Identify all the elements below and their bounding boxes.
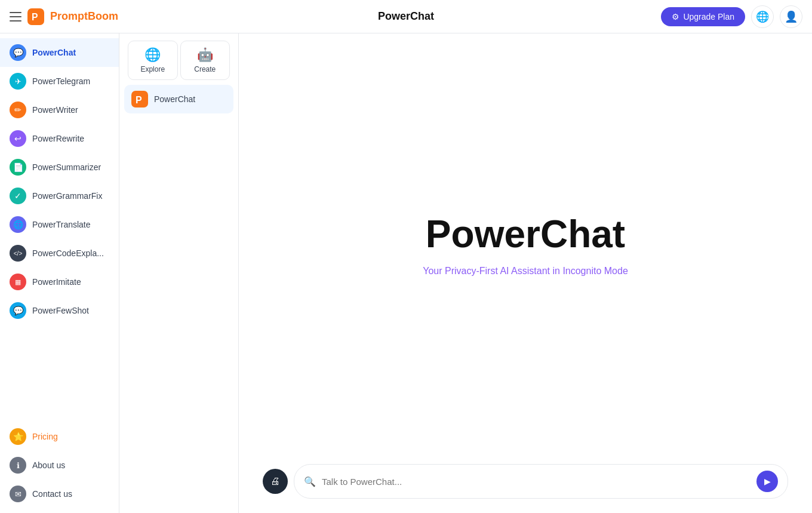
sidebar-item-powergrammarfix[interactable]: ✓ PowerGrammarFix	[0, 182, 119, 210]
sidebar-item-powertranslate[interactable]: 🌐 PowerTranslate	[0, 210, 119, 239]
sidebar-label-powerchat: PowerChat	[32, 48, 76, 57]
sidebar-label-powertelegram: PowerTelegram	[32, 76, 90, 86]
input-area: 🖨 🔍 ▶	[239, 454, 812, 513]
sub-panel-tabs: 🌐 Explore 🤖 Create	[119, 33, 238, 80]
sidebar-item-powercodeexplain[interactable]: </> PowerCodeExplа...	[0, 239, 119, 268]
sidebar-item-aboutus[interactable]: ℹ About us	[0, 451, 119, 480]
powersummarizer-icon: 📄	[10, 159, 26, 176]
user-button[interactable]: 👤	[780, 5, 802, 28]
sidebar-item-contactus[interactable]: ✉ Contact us	[0, 480, 119, 508]
create-tab-label: Create	[194, 65, 216, 73]
powertelegram-icon: ✈	[10, 73, 26, 90]
sub-panel-logo: P	[131, 91, 148, 107]
sidebar-label-aboutus: About us	[32, 460, 65, 470]
sidebar-item-powerimitate[interactable]: ▦ PowerImitate	[0, 268, 119, 296]
svg-text:P: P	[136, 95, 142, 105]
main-layout: 💬 PowerChat ✈ PowerTelegram ✏ PowerWrite…	[0, 33, 812, 513]
sidebar-label-powersummarizer: PowerSummarizer	[32, 162, 101, 172]
explore-tab-icon: 🌐	[144, 47, 161, 63]
sidebar-item-powerwriter[interactable]: ✏ PowerWriter	[0, 96, 119, 124]
sidebar-item-powerfewshot[interactable]: 💬 PowerFewShot	[0, 296, 119, 325]
sub-panel: 🌐 Explore 🤖 Create P PowerChat	[119, 33, 239, 513]
sidebar-item-pricing[interactable]: ⭐ Pricing	[0, 422, 119, 451]
header-left: P PromptBoom	[10, 8, 118, 25]
upgrade-label: Upgrade Plan	[683, 12, 734, 21]
explore-tab-label: Explore	[140, 65, 165, 73]
sub-panel-item-label: PowerChat	[154, 94, 195, 104]
powerimitate-icon: ▦	[10, 274, 26, 290]
powercodeexplain-icon: </>	[10, 245, 26, 262]
mic-button[interactable]: 🖨	[263, 469, 288, 494]
powerrewrite-icon: ↩	[10, 130, 26, 147]
sidebar-item-powersummarizer[interactable]: 📄 PowerSummarizer	[0, 153, 119, 182]
user-icon: 👤	[785, 10, 798, 23]
upgrade-icon: ⚙	[672, 12, 679, 21]
sidebar-label-powerwriter: PowerWriter	[32, 105, 78, 115]
globe-icon: 🌐	[756, 10, 769, 23]
sidebar-label-pricing: Pricing	[32, 432, 58, 441]
powerfewshot-icon: 💬	[10, 302, 26, 319]
tab-create[interactable]: 🤖 Create	[180, 41, 230, 80]
main-content: PowerChat Your Privacy-First AI Assistan…	[239, 33, 812, 513]
mic-icon: 🖨	[270, 476, 280, 487]
create-tab-icon: 🤖	[197, 47, 213, 63]
sidebar-item-powerchat[interactable]: 💬 PowerChat	[0, 38, 119, 67]
sidebar-item-powerrewrite[interactable]: ↩ PowerRewrite	[0, 124, 119, 153]
pricing-icon: ⭐	[10, 428, 26, 445]
brand-name: PromptBoom	[50, 10, 118, 23]
upgrade-button[interactable]: ⚙ Upgrade Plan	[661, 7, 745, 26]
hamburger-menu[interactable]	[10, 12, 21, 21]
main-title: PowerChat	[426, 212, 625, 256]
sidebar: 💬 PowerChat ✈ PowerTelegram ✏ PowerWrite…	[0, 33, 119, 513]
brand-prefix: Prompt	[50, 10, 88, 22]
sidebar-label-powerfewshot: PowerFewShot	[32, 306, 89, 315]
tab-explore[interactable]: 🌐 Explore	[128, 41, 178, 80]
powerwriter-icon: ✏	[10, 102, 26, 118]
globe-button[interactable]: 🌐	[751, 5, 774, 28]
sidebar-label-powertranslate: PowerTranslate	[32, 220, 91, 229]
chat-input[interactable]	[322, 477, 751, 487]
sidebar-item-powertelegram[interactable]: ✈ PowerTelegram	[0, 67, 119, 96]
logo-icon: P	[27, 8, 44, 25]
header: P PromptBoom PowerChat ⚙ Upgrade Plan 🌐 …	[0, 0, 812, 33]
sub-panel-powerchat-item[interactable]: P PowerChat	[124, 85, 233, 113]
sidebar-label-powerrewrite: PowerRewrite	[32, 134, 84, 143]
sidebar-label-powergrammarfix: PowerGrammarFix	[32, 191, 102, 201]
powergrammarfix-icon: ✓	[10, 188, 26, 204]
main-subtitle: Your Privacy-First AI Assistant in Incog…	[423, 266, 628, 277]
header-right: ⚙ Upgrade Plan 🌐 👤	[661, 5, 802, 28]
send-icon: ▶	[764, 477, 771, 486]
aboutus-icon: ℹ	[10, 457, 26, 474]
sidebar-label-powerimitate: PowerImitate	[32, 277, 81, 287]
powerchat-icon: 💬	[10, 44, 26, 61]
search-icon: 🔍	[304, 476, 316, 487]
svg-text:P: P	[32, 12, 38, 22]
sidebar-label-powercodeexplain: PowerCodeExplа...	[32, 248, 104, 258]
send-button[interactable]: ▶	[756, 471, 778, 492]
sidebar-label-contactus: Contact us	[32, 489, 72, 499]
sub-panel-content: P PowerChat	[119, 80, 238, 513]
header-title: PowerChat	[378, 10, 434, 23]
brand-suffix: Boom	[88, 10, 118, 22]
contactus-icon: ✉	[10, 486, 26, 502]
main-body: PowerChat Your Privacy-First AI Assistan…	[239, 33, 812, 454]
chat-input-wrapper: 🔍 ▶	[294, 464, 788, 499]
powertranslate-icon: 🌐	[10, 216, 26, 233]
